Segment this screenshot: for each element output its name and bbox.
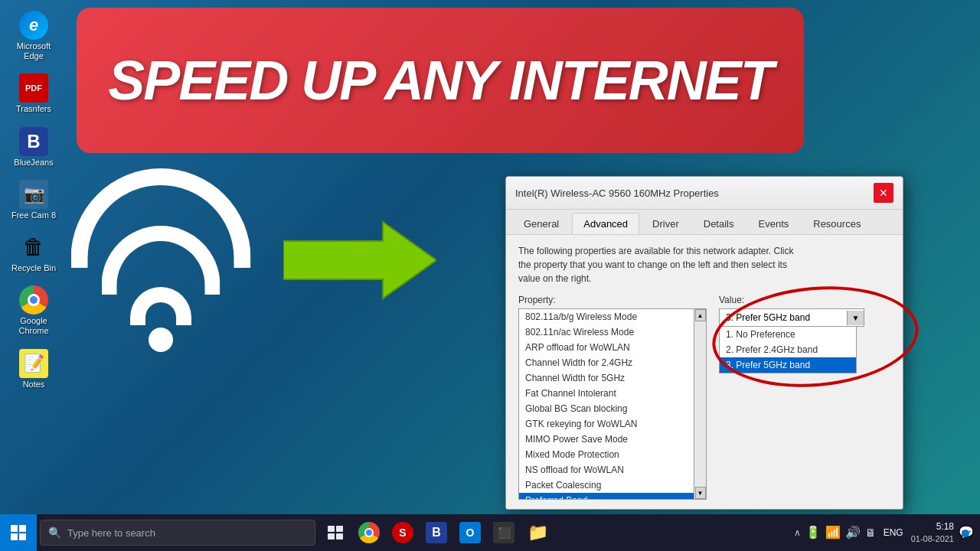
property-item-3[interactable]: Channel Width for 2.4GHz bbox=[519, 355, 694, 370]
tab-advanced[interactable]: Advanced bbox=[572, 213, 639, 234]
tray-up-arrow-icon[interactable]: ∧ bbox=[794, 527, 801, 538]
windows-icon bbox=[11, 525, 26, 540]
property-item-4[interactable]: Channel Width for 5GHz bbox=[519, 370, 694, 386]
dialog-titlebar: Intel(R) Wireless-AC 9560 160MHz Propert… bbox=[506, 177, 903, 210]
property-list[interactable]: 802.11a/b/g Wireless Mode 802.11n/ac Wir… bbox=[518, 308, 694, 500]
taskbar-bluejeans-button[interactable]: B bbox=[420, 516, 453, 549]
freecam-icon: 📷 bbox=[19, 180, 48, 209]
property-item-9[interactable]: Mixed Mode Protection bbox=[519, 447, 694, 462]
edge-icon: e bbox=[19, 11, 48, 40]
property-scrollbar[interactable]: ▲ ▼ bbox=[694, 308, 707, 500]
wifi-dot bbox=[149, 328, 173, 352]
search-icon: 🔍 bbox=[48, 527, 61, 539]
battery-icon: 🔋 bbox=[805, 525, 821, 540]
clock-date: 01-08-2021 bbox=[911, 533, 954, 544]
green-arrow bbox=[283, 214, 436, 309]
property-item-1[interactable]: 802.11n/ac Wireless Mode bbox=[519, 324, 694, 340]
dialog-body: The following properties are available f… bbox=[506, 235, 903, 509]
dialog-content: Property: 802.11a/b/g Wireless Mode 802.… bbox=[518, 295, 890, 500]
taskbar-system-tray: ∧ 🔋 📶 🔊 🖥 ENG 5:18 01-08-2021 💬 bbox=[794, 521, 980, 544]
taskbar-app-icons: S B O ⬛ bbox=[318, 516, 554, 549]
property-item-0[interactable]: 802.11a/b/g Wireless Mode bbox=[519, 309, 694, 324]
tab-details[interactable]: Details bbox=[692, 213, 746, 234]
option-prefer-24ghz[interactable]: 2. Prefer 2.4GHz band bbox=[720, 342, 856, 357]
taskbar-files-icon: 📁 bbox=[527, 522, 548, 543]
taskbar-bj-icon: B bbox=[426, 522, 447, 543]
edge-label: Microsoft Edge bbox=[9, 41, 58, 61]
value-dropdown-display[interactable]: 3. Prefer 5GHz band ▼ bbox=[719, 308, 864, 327]
property-item-7[interactable]: GTK rekeying for WoWLAN bbox=[519, 416, 694, 432]
scrollbar-up[interactable]: ▲ bbox=[695, 309, 706, 321]
search-placeholder-text: Type here to search bbox=[67, 527, 155, 539]
taskbar-security-icon: S bbox=[392, 522, 413, 543]
desktop-icon-transfers[interactable]: PDF Trasnfers bbox=[6, 70, 61, 117]
property-item-8[interactable]: MIMO Power Save Mode bbox=[519, 432, 694, 447]
properties-dialog: Intel(R) Wireless-AC 9560 160MHz Propert… bbox=[505, 176, 903, 510]
dialog-close-button[interactable]: ✕ bbox=[874, 183, 893, 203]
property-item-6[interactable]: Global BG Scan blocking bbox=[519, 401, 694, 416]
taskbar-files-button[interactable]: 📁 bbox=[521, 516, 554, 549]
tab-driver[interactable]: Driver bbox=[641, 213, 691, 234]
transfers-label: Trasnfers bbox=[16, 104, 51, 114]
monitor-icon: 🖥 bbox=[865, 527, 876, 539]
notes-label: Notes bbox=[23, 380, 45, 390]
taskbar-outlook-icon: O bbox=[459, 522, 481, 543]
taskbar-clock[interactable]: 5:18 01-08-2021 bbox=[911, 521, 954, 544]
dialog-tabs: General Advanced Driver Details Events R… bbox=[506, 210, 903, 235]
clock-time: 5:18 bbox=[911, 521, 954, 533]
svg-rect-3 bbox=[328, 533, 335, 540]
desktop-icon-edge[interactable]: e Microsoft Edge bbox=[6, 8, 61, 64]
notification-button[interactable]: 💬 bbox=[959, 525, 974, 540]
scrollbar-thumb bbox=[694, 321, 706, 487]
speed-banner: SPEED UP ANY INTERNET bbox=[77, 8, 804, 153]
wifi-graphic bbox=[46, 153, 276, 367]
property-item-5[interactable]: Fat Channel Intolerant bbox=[519, 386, 694, 401]
svg-rect-4 bbox=[336, 533, 343, 540]
taskbar-security-button[interactable]: S bbox=[386, 516, 420, 549]
property-section: Property: 802.11a/b/g Wireless Mode 802.… bbox=[518, 295, 707, 500]
taskbar-outlook-button[interactable]: O bbox=[453, 516, 487, 549]
value-section: Value: 3. Prefer 5GHz band ▼ 1. No Prefe… bbox=[719, 295, 890, 500]
notes-icon: 📝 bbox=[19, 349, 48, 378]
dialog-title: Intel(R) Wireless-AC 9560 160MHz Propert… bbox=[515, 187, 719, 199]
svg-rect-2 bbox=[336, 526, 343, 532]
recycle-icon: 🗑 bbox=[19, 233, 48, 262]
scrollbar-down[interactable]: ▼ bbox=[695, 487, 706, 499]
chrome-inner bbox=[28, 294, 40, 306]
dropdown-chevron-icon[interactable]: ▼ bbox=[847, 311, 864, 325]
option-no-preference[interactable]: 1. No Preference bbox=[720, 327, 856, 342]
property-item-2[interactable]: ARP offload for WoWLAN bbox=[519, 340, 694, 355]
option-prefer-5ghz[interactable]: 3. Prefer 5GHz band bbox=[720, 357, 856, 373]
tab-events[interactable]: Events bbox=[747, 213, 801, 234]
taskbar-chrome-button[interactable] bbox=[352, 516, 386, 549]
tab-general[interactable]: General bbox=[512, 213, 570, 234]
property-item-10[interactable]: NS offload for WoWLAN bbox=[519, 462, 694, 478]
taskbar-chrome-icon bbox=[358, 522, 380, 543]
value-dropdown-list: 1. No Preference 2. Prefer 2.4GHz band 3… bbox=[719, 327, 857, 373]
taskbar-search-bar[interactable]: 🔍 Type here to search bbox=[40, 520, 315, 546]
banner-text: SPEED UP ANY INTERNET bbox=[108, 49, 773, 112]
property-item-11[interactable]: Packet Coalescing bbox=[519, 478, 694, 493]
property-list-wrapper: 802.11a/b/g Wireless Mode 802.11n/ac Wir… bbox=[518, 308, 707, 500]
taskbar-app5-button[interactable]: ⬛ bbox=[487, 516, 521, 549]
volume-icon: 🔊 bbox=[845, 525, 861, 540]
value-dropdown-container: 3. Prefer 5GHz band ▼ 1. No Preference 2… bbox=[719, 308, 890, 327]
tab-resources[interactable]: Resources bbox=[802, 213, 872, 234]
language-indicator[interactable]: ENG bbox=[880, 527, 906, 538]
dialog-description: The following properties are available f… bbox=[518, 244, 890, 285]
chrome-icon bbox=[19, 285, 48, 315]
chrome-center bbox=[364, 528, 374, 537]
taskview-button[interactable] bbox=[318, 516, 352, 549]
taskbar-app5-icon: ⬛ bbox=[493, 522, 514, 543]
bluejeans-icon: B bbox=[19, 127, 48, 156]
svg-marker-0 bbox=[283, 222, 436, 298]
network-icon: 📶 bbox=[825, 525, 841, 540]
value-current: 3. Prefer 5GHz band bbox=[720, 309, 847, 326]
property-label: Property: bbox=[518, 295, 707, 305]
property-item-preferred-band[interactable]: Preferred Band bbox=[519, 493, 694, 500]
value-label: Value: bbox=[719, 295, 890, 305]
start-button[interactable] bbox=[0, 514, 37, 551]
tray-icons: ∧ 🔋 📶 🔊 🖥 bbox=[794, 525, 876, 540]
pdf-icon: PDF bbox=[19, 73, 48, 103]
desktop: e Microsoft Edge PDF Trasnfers B BlueJea… bbox=[0, 0, 980, 551]
